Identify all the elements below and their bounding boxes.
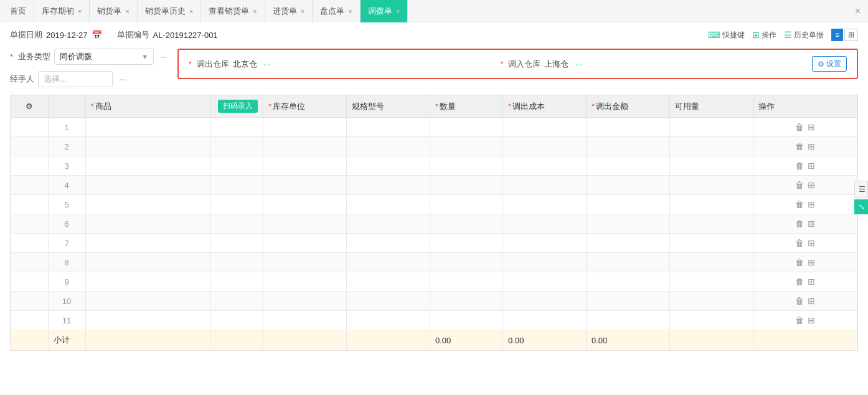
operations-button[interactable]: ⊞ 操作 [752, 30, 776, 40]
footer-scan-cell [210, 330, 263, 351]
gear-icon[interactable]: ⚙ [26, 102, 33, 111]
delete-icon[interactable]: 🗑 [795, 296, 804, 306]
delete-icon[interactable]: 🗑 [795, 257, 804, 267]
row-product-cell[interactable] [85, 195, 210, 214]
row-unit-cell [263, 214, 347, 234]
calendar-icon[interactable]: 📅 [92, 30, 102, 40]
row-product-cell[interactable] [85, 137, 210, 156]
row-ops-cell: 🗑 ⊞ [753, 156, 857, 176]
tab-sales-history-close[interactable]: × [189, 7, 193, 15]
delete-icon[interactable]: 🗑 [795, 180, 804, 190]
tab-inventory-init-close[interactable]: × [78, 7, 82, 15]
delete-icon[interactable]: 🗑 [795, 238, 804, 248]
tab-purchase[interactable]: 进货单 × [265, 0, 313, 22]
side-expand-button[interactable]: ⤢ [854, 199, 868, 214]
delete-icon[interactable]: 🗑 [795, 315, 804, 325]
grid-btn-list[interactable]: ≡ [831, 29, 843, 41]
delete-icon[interactable]: 🗑 [795, 199, 804, 209]
copy-icon[interactable]: ⊞ [808, 199, 815, 209]
doc-number-value: AL-20191227-001 [153, 31, 218, 40]
row-amount-cell [586, 137, 669, 156]
row-scan-cell [210, 234, 263, 253]
row-ops-cell: 🗑 ⊞ [753, 311, 857, 330]
footer-gear-cell [11, 330, 48, 351]
tab-transfer-close[interactable]: × [396, 7, 400, 15]
row-ops-cell: 🗑 ⊞ [753, 176, 857, 195]
row-product-cell[interactable] [85, 176, 210, 195]
row-scan-cell [210, 176, 263, 195]
copy-icon[interactable]: ⊞ [808, 257, 815, 267]
business-type-select[interactable]: 同价调拨 ▼ [54, 49, 154, 65]
table-row: 8 🗑 ⊞ [11, 253, 857, 272]
history-icon: ☰ [784, 30, 792, 40]
shortcuts-button[interactable]: ⌨ 快捷键 [708, 30, 745, 40]
settings-button[interactable]: ⚙ 设置 [812, 56, 847, 72]
tab-purchase-close[interactable]: × [301, 7, 304, 15]
form-left: * 业务类型 同价调拨 ▼ ··· 经手人 选择... ··· [10, 49, 167, 87]
tab-inventory-check-label: 盘点单 [320, 6, 344, 17]
copy-icon[interactable]: ⊞ [808, 277, 815, 287]
tab-view-sales[interactable]: 查看销货单 × [201, 0, 265, 22]
row-num-cell: 8 [48, 253, 85, 272]
tab-home[interactable]: 首页 [2, 0, 34, 22]
row-available-cell [669, 311, 753, 330]
side-list-button[interactable]: ☰ [854, 181, 868, 198]
manager-more[interactable]: ··· [119, 74, 126, 84]
business-type-more[interactable]: ··· [160, 52, 167, 62]
row-amount-cell [586, 195, 669, 214]
delete-icon[interactable]: 🗑 [795, 219, 804, 229]
footer-available-cell [669, 330, 753, 351]
warehouse-out-field: * 调出仓库 北京仓 ··· [189, 59, 486, 70]
row-cost-cell [503, 118, 587, 137]
history-label: 历史单据 [794, 30, 824, 40]
row-cost-cell [503, 253, 587, 272]
warehouse-out-more[interactable]: ··· [263, 59, 271, 69]
col-qty: 数量 [430, 95, 502, 118]
row-product-cell[interactable] [85, 253, 210, 272]
row-spec-cell [347, 272, 430, 292]
copy-icon[interactable]: ⊞ [808, 219, 815, 229]
delete-icon[interactable]: 🗑 [795, 277, 804, 287]
delete-icon[interactable]: 🗑 [795, 161, 804, 171]
row-num-cell: 7 [48, 234, 85, 253]
row-product-cell[interactable] [85, 118, 210, 137]
row-unit-cell [263, 195, 347, 214]
delete-icon[interactable]: 🗑 [795, 141, 804, 151]
tab-transfer[interactable]: 调拨单 × [361, 0, 408, 22]
row-product-cell[interactable] [85, 234, 210, 253]
tab-view-sales-close[interactable]: × [253, 7, 257, 15]
history-button[interactable]: ☰ 历史单据 [784, 30, 824, 40]
tab-sales-history[interactable]: 销货单历史 × [138, 0, 201, 22]
row-product-cell[interactable] [85, 311, 210, 330]
tab-inventory-check[interactable]: 盘点单 × [313, 0, 360, 22]
row-ops-cell: 🗑 ⊞ [753, 118, 857, 137]
copy-icon[interactable]: ⊞ [808, 315, 815, 325]
copy-icon[interactable]: ⊞ [808, 238, 815, 248]
shortcuts-icon: ⌨ [708, 30, 720, 40]
row-product-cell[interactable] [85, 272, 210, 292]
copy-icon[interactable]: ⊞ [808, 122, 815, 132]
copy-icon[interactable]: ⊞ [808, 141, 815, 151]
row-product-cell[interactable] [85, 292, 210, 311]
table-row: 11 🗑 ⊞ [11, 311, 857, 330]
row-unit-cell [263, 311, 347, 330]
copy-icon[interactable]: ⊞ [808, 296, 815, 306]
row-qty-cell [430, 234, 502, 253]
row-product-cell[interactable] [85, 214, 210, 234]
tab-sales-order-close[interactable]: × [125, 7, 129, 15]
grid-btn-grid[interactable]: ⊞ [844, 29, 858, 41]
copy-icon[interactable]: ⊞ [808, 180, 815, 190]
tab-inventory-init[interactable]: 库存期初 × [34, 0, 90, 22]
warehouse-in-more[interactable]: ··· [575, 59, 582, 69]
manager-input[interactable]: 选择... [38, 71, 113, 87]
row-product-cell[interactable] [85, 156, 210, 176]
settings-label: 设置 [826, 59, 841, 69]
delete-icon[interactable]: 🗑 [795, 122, 804, 132]
scan-button[interactable]: 扫码录入 [218, 100, 258, 113]
row-qty-cell [430, 253, 502, 272]
row-cost-cell [503, 137, 587, 156]
close-all-button[interactable]: × [847, 6, 868, 17]
tab-sales-order[interactable]: 销货单 × [90, 0, 137, 22]
copy-icon[interactable]: ⊞ [808, 161, 815, 171]
tab-inventory-check-close[interactable]: × [348, 7, 352, 15]
